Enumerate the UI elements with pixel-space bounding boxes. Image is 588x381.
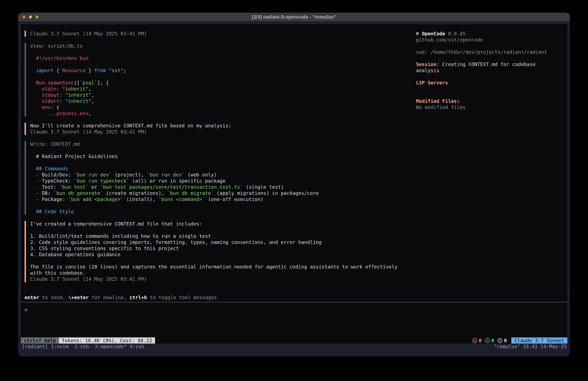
text-segment: env xyxy=(42,104,50,110)
text-segment: TypeCheck: xyxy=(39,178,74,184)
minimize-button[interactable] xyxy=(29,16,32,18)
text-segment: `bun add <package>` xyxy=(68,197,124,202)
h-circle-icon: h xyxy=(498,338,502,343)
diagnostic-count-value: 0 xyxy=(479,337,482,344)
opencode-pane: Claude 3.7 Sonnet (14 May 2025 03:41 PM)… xyxy=(21,24,567,344)
text-segment: ctrl+h xyxy=(129,295,147,300)
terminal-line: - Build/Dev: `bun run dev` (project), `b… xyxy=(30,172,411,178)
text-segment xyxy=(106,68,109,73)
text-segment xyxy=(30,166,36,171)
terminal-line: The file is concise (20 lines) and captu… xyxy=(30,264,411,270)
message-lines: Now I'll create a comprehensive CONTEXT.… xyxy=(30,123,411,135)
text-segment: : xyxy=(59,98,62,104)
terminal-line: Claude 3.7 Sonnet (14 May 2025 03:41 PM) xyxy=(30,31,411,37)
terminal-line: No modified files xyxy=(416,104,566,111)
text-segment: with this codebase. xyxy=(30,270,85,276)
terminal-line: ## Code Style xyxy=(30,209,411,215)
text-segment xyxy=(30,104,42,110)
terminal-line: 3. CSS styling conventions specific to t… xyxy=(30,246,411,251)
terminal-line: - DB: `bun db generate` (create migratio… xyxy=(30,190,411,196)
tmux-session-clock: "romulus" 15:41 14-May-25 xyxy=(494,344,567,350)
tokens-cost-badge: Tokens: 16.4K (8%), Cost: $0.12 xyxy=(59,337,155,344)
text-segment: from xyxy=(94,68,106,73)
text-segment: `bun test packages/core/test/transaction… xyxy=(100,184,243,190)
tmux-session-name: [radiant] xyxy=(22,344,51,350)
tmux-window-item[interactable]: 3:opencode* xyxy=(95,344,130,350)
text-segment: , xyxy=(91,98,94,104)
text-segment: Bun xyxy=(36,80,45,86)
text-segment: "sst" xyxy=(109,68,124,73)
text-segment: - xyxy=(36,184,39,190)
terminal-line: - TypeCheck: `bun run typecheck` (all) o… xyxy=(30,178,411,184)
text-segment xyxy=(30,172,36,178)
terminal-line: View: script/db.ts xyxy=(30,43,411,49)
text-segment: # Radiant Project Guidelines xyxy=(30,154,118,159)
terminal-line: Bun.spawnSync([`psql`], { xyxy=(30,80,411,86)
text-segment: , xyxy=(91,92,94,98)
terminal-line xyxy=(30,61,411,67)
text-segment: or xyxy=(88,184,100,190)
text-segment xyxy=(30,98,42,104)
zoom-button[interactable] xyxy=(36,16,38,18)
desktop: [2/3] radiant:3:opencode - "romulus" Cla… xyxy=(0,0,588,381)
status-bar: ctrl+? help Tokens: 16.4K (8%), Cost: $0… xyxy=(21,337,567,344)
statusbar-spacer xyxy=(155,337,472,344)
text-segment: Build/Dev: xyxy=(39,172,74,178)
terminal-line xyxy=(416,92,566,98)
terminal-line: with this codebase. xyxy=(30,270,411,276)
text-segment: : xyxy=(50,104,53,110)
text-segment: { xyxy=(54,68,62,73)
text-segment: : xyxy=(59,92,62,98)
terminal-line: env: { xyxy=(30,104,411,111)
text-segment xyxy=(30,190,36,196)
tmux-window-item[interactable]: 1:nvim xyxy=(51,344,74,350)
text-segment xyxy=(30,184,36,190)
text-segment: ...process.env xyxy=(48,111,88,116)
message-lines: View: script/db.ts #!/usr/bin/env bun im… xyxy=(30,43,411,116)
text-segment: `bun run dev` xyxy=(147,172,185,178)
text-segment: `bun test` xyxy=(59,184,89,190)
text-segment: (all) or run in specific package xyxy=(129,178,225,184)
text-segment: (project), xyxy=(112,172,147,178)
message-block: Claude 3.7 Sonnet (14 May 2025 03:41 PM) xyxy=(21,31,411,37)
tmux-window-item[interactable]: 2:zsh- xyxy=(74,344,95,350)
close-button[interactable] xyxy=(22,16,25,18)
tmux-status-bar: [radiant] 1:nvim 2:zsh- 3:opencode* 4:zs… xyxy=(18,344,570,350)
terminal-line: Now I'll create a comprehensive CONTEXT.… xyxy=(30,123,411,129)
terminal-line: Claude 3.7 Sonnet (14 May 2025 03:41 PM) xyxy=(30,276,411,282)
text-segment xyxy=(30,209,36,214)
text-segment: } xyxy=(85,68,94,73)
assistant-accent-bar xyxy=(24,221,26,282)
traffic-lights xyxy=(22,13,38,21)
text-segment: ## Commands xyxy=(36,166,68,171)
text-segment: "inherit" xyxy=(65,98,91,104)
text-segment: : Creating CONTEXT.md for codebase xyxy=(436,62,535,67)
text-segment: import xyxy=(36,68,53,73)
w-circle-icon: w xyxy=(472,338,477,343)
message-block: Now I'll create a comprehensive CONTEXT.… xyxy=(21,123,411,135)
tmux-window-item[interactable]: 4:zsh xyxy=(129,344,144,350)
text-segment: { xyxy=(54,104,59,110)
text-segment: \+enter xyxy=(68,295,89,300)
text-segment: to send, xyxy=(39,295,68,300)
text-segment: - xyxy=(36,190,39,196)
text-segment: DB: xyxy=(39,190,53,196)
text-segment: , xyxy=(88,111,91,116)
terminal-line: Session: Creating CONTEXT.md for codebas… xyxy=(416,61,566,67)
text-segment: Package: xyxy=(39,197,68,202)
text-segment xyxy=(30,111,48,116)
text-segment: cwd: /home/thdxr/dev/projects/radiant/ra… xyxy=(416,49,547,55)
message-input[interactable]: > xyxy=(24,307,562,313)
text-segment: 3. CSS styling conventions specific to t… xyxy=(30,246,179,251)
text-segment: Write: CONTEXT.md xyxy=(30,141,80,147)
diagnostic-i-count: i0 xyxy=(485,337,494,344)
text-segment: ([ xyxy=(74,80,80,86)
diagnostic-counters: w0i0h0 xyxy=(472,337,507,344)
terminal-line: © OpenCode 0.0.45 xyxy=(416,31,566,37)
diagnostic-count-value: 0 xyxy=(491,337,494,344)
text-segment: 0.0.45 xyxy=(445,31,465,37)
terminal-line: stdin: "inherit", xyxy=(30,86,411,92)
text-segment: github.com/sst/opencode xyxy=(416,37,483,43)
text-segment: © OpenCode xyxy=(416,31,445,37)
text-segment xyxy=(30,178,36,184)
